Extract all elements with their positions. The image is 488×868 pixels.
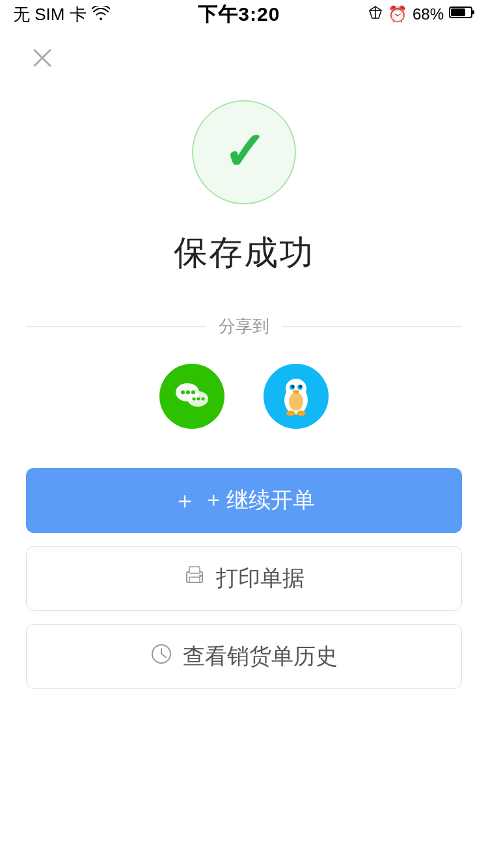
svg-point-18 — [299, 385, 302, 388]
svg-point-12 — [202, 398, 205, 401]
svg-rect-2 — [451, 8, 465, 16]
history-button[interactable]: 查看销货单历史 — [26, 624, 462, 689]
status-left: 无 SIM 卡 — [13, 3, 110, 26]
svg-point-11 — [197, 398, 200, 401]
svg-rect-25 — [189, 567, 200, 573]
status-time: 下午3:20 — [198, 1, 280, 28]
success-icon-circle: ✓ — [192, 100, 296, 204]
svg-point-21 — [286, 411, 295, 416]
clock-icon — [150, 643, 172, 670]
share-divider: 分享到 — [26, 315, 462, 338]
print-button[interactable]: 打印单据 — [26, 546, 462, 611]
svg-point-8 — [186, 390, 190, 394]
share-section: 分享到 — [26, 315, 462, 429]
action-buttons: ＋ + 继续开单 打印单据 查看销货单 — [26, 468, 462, 689]
svg-point-10 — [193, 398, 196, 401]
wechat-share-button[interactable] — [159, 364, 224, 429]
close-area — [0, 29, 488, 87]
svg-point-17 — [291, 385, 294, 388]
svg-rect-1 — [472, 10, 474, 14]
battery-icon — [449, 5, 475, 23]
continue-button[interactable]: ＋ + 继续开单 — [26, 468, 462, 533]
status-bar: 无 SIM 卡 下午3:20 ⏰ 68% — [0, 0, 488, 29]
alarm-icon: ⏰ — [388, 5, 407, 23]
svg-point-20 — [289, 392, 303, 411]
svg-point-22 — [297, 411, 306, 416]
no-sim-text: 无 SIM 卡 — [13, 3, 87, 26]
battery-text: 68% — [413, 5, 444, 23]
close-button[interactable] — [26, 42, 59, 74]
plus-icon: ＋ — [173, 485, 197, 517]
printer-icon — [183, 565, 206, 591]
share-label: 分享到 — [219, 315, 269, 338]
main-content: ✓ 保存成功 分享到 — [0, 87, 488, 728]
svg-rect-24 — [189, 577, 200, 582]
success-title: 保存成功 — [174, 230, 314, 276]
status-right: ⏰ 68% — [368, 5, 475, 23]
share-icons — [26, 364, 462, 429]
history-label: 查看销货单历史 — [183, 642, 338, 671]
svg-point-9 — [191, 390, 195, 394]
svg-line-29 — [161, 654, 166, 657]
wifi-icon — [92, 5, 110, 25]
continue-label: + 继续开单 — [207, 485, 314, 515]
svg-point-7 — [181, 390, 185, 394]
qq-share-button[interactable] — [264, 364, 329, 429]
location-icon — [368, 5, 383, 23]
svg-point-26 — [199, 575, 202, 577]
checkmark-icon: ✓ — [223, 126, 266, 178]
print-label: 打印单据 — [216, 563, 305, 593]
